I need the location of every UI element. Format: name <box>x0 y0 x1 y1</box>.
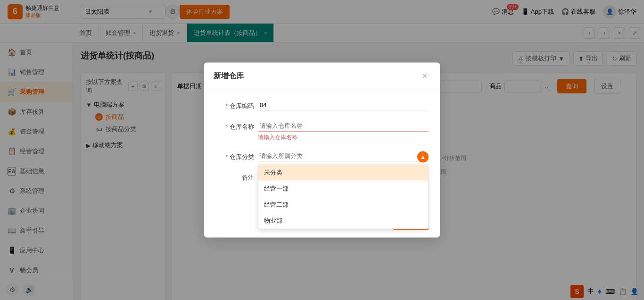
warehouse-code-input[interactable] <box>258 99 429 111</box>
dropdown-item-dept2[interactable]: 经营二部 <box>258 197 428 213</box>
form-row-category: * 仓库分类 ▲ 未分类 经营一部 经营二部 物业部 <box>215 150 429 162</box>
dropdown-item-uncategorized[interactable]: 未分类 <box>258 165 428 181</box>
category-dropdown-list: 未分类 经营一部 经营二部 物业部 <box>258 164 429 229</box>
modal-body: * 仓库编码 * 仓库名称 请输入仓库名称 * 仓库分类 <box>204 90 440 209</box>
warehouse-name-error-msg: 请输入仓库名称 <box>258 133 429 142</box>
warehouse-name-label: * 仓库名称 <box>215 120 258 131</box>
warehouse-name-field: 请输入仓库名称 <box>258 120 429 142</box>
category-field: ▲ 未分类 经营一部 经营二部 物业部 <box>258 150 429 162</box>
remark-label: 备注 <box>215 171 258 182</box>
form-row-warehouse-code: * 仓库编码 <box>215 99 429 111</box>
category-label: * 仓库分类 <box>215 150 258 161</box>
category-input[interactable] <box>258 150 429 162</box>
warehouse-code-label: * 仓库编码 <box>215 99 258 110</box>
modal-title: 新增仓库 <box>214 71 244 81</box>
modal-close-btn[interactable]: × <box>419 70 430 82</box>
new-warehouse-modal: 新增仓库 × * 仓库编码 * 仓库名称 请输入仓库名称 <box>204 63 440 238</box>
dropdown-item-dept1[interactable]: 经营一部 <box>258 181 428 197</box>
dropdown-item-property[interactable]: 物业部 <box>258 213 428 229</box>
warehouse-code-field <box>258 99 429 111</box>
modal-header: 新增仓库 × <box>204 63 440 90</box>
form-row-warehouse-name: * 仓库名称 请输入仓库名称 <box>215 120 429 142</box>
warehouse-name-input[interactable] <box>258 120 429 132</box>
category-dropdown-toggle[interactable]: ▲ <box>417 151 429 163</box>
